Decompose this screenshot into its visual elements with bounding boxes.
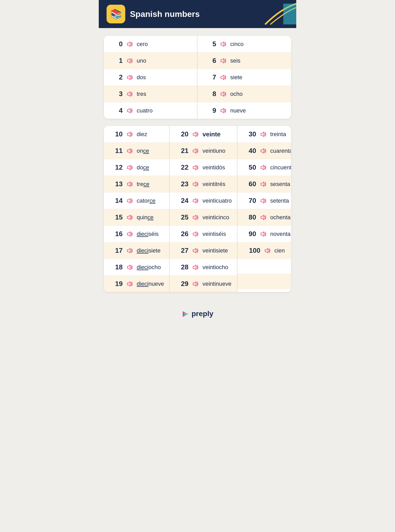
spanish-word: veintinueve [202, 281, 231, 287]
speaker-icon[interactable] [260, 148, 267, 154]
speaker-icon[interactable] [260, 181, 267, 187]
speaker-icon[interactable] [192, 148, 199, 154]
speaker-icon[interactable] [126, 58, 134, 64]
speaker-icon[interactable] [192, 198, 199, 204]
number-label: 16 [109, 230, 123, 238]
spanish-word: veintitrés [202, 181, 225, 188]
number-label: 14 [109, 197, 123, 205]
speaker-icon[interactable] [126, 248, 134, 254]
table-row: 50 cincuenta [238, 159, 291, 176]
number-label: 10 [109, 130, 123, 138]
speaker-icon[interactable] [126, 41, 134, 47]
spanish-word: uno [137, 57, 146, 64]
speaker-icon[interactable] [192, 231, 199, 237]
table-row: 3 tres [104, 86, 197, 102]
table-row: 10 diez [104, 126, 169, 143]
spanish-word: catorce [137, 197, 155, 204]
speaker-icon[interactable] [192, 131, 199, 137]
number-label: 3 [109, 90, 123, 98]
spanish-word: dieciséis [137, 231, 159, 237]
spanish-word: seis [230, 57, 240, 64]
spanish-word: dos [137, 74, 146, 81]
speaker-icon[interactable] [192, 215, 199, 220]
speaker-icon[interactable] [126, 231, 134, 237]
speaker-icon[interactable] [126, 131, 134, 137]
speaker-icon[interactable] [126, 215, 134, 220]
speaker-icon[interactable] [126, 75, 134, 80]
number-label: 23 [175, 180, 188, 188]
speaker-icon[interactable] [260, 131, 267, 137]
number-label: 20 [175, 130, 188, 138]
speaker-icon[interactable] [220, 58, 227, 64]
number-label: 28 [175, 263, 188, 271]
number-label: 6 [203, 57, 216, 65]
spanish-word: doce [137, 164, 149, 171]
spanish-word: veintiocho [202, 264, 228, 271]
header-logo: 📚 [107, 5, 125, 23]
number-label: 19 [109, 280, 123, 288]
speaker-icon[interactable] [126, 264, 134, 270]
spanish-word: cuatro [137, 107, 153, 114]
svg-rect-0 [283, 4, 296, 24]
number-label: 0 [109, 40, 123, 48]
number-label: 17 [109, 247, 123, 255]
speaker-icon[interactable] [192, 248, 199, 254]
table-row: 4 cuatro [104, 102, 197, 119]
table-row: 17 diecisiete [104, 242, 169, 259]
speaker-icon[interactable] [126, 108, 134, 114]
table-row: 8 ocho [198, 86, 291, 102]
table-row: 6 seis [198, 52, 291, 69]
table-row: 24 veinticuatro [170, 192, 237, 209]
spanish-word: veinticinco [202, 214, 229, 221]
spanish-word: cien [274, 247, 285, 254]
spanish-word: nueve [230, 107, 246, 114]
speaker-icon[interactable] [220, 41, 227, 47]
spanish-word: diecisiete [137, 247, 161, 254]
number-label: 60 [243, 180, 256, 188]
spanish-word: cincuenta [270, 164, 291, 171]
spanish-word: veintiuno [202, 148, 225, 154]
speaker-icon[interactable] [126, 165, 134, 170]
table-row: 18 dieciocho [104, 259, 169, 276]
table-row: 25 veinticinco [170, 209, 237, 226]
spanish-word: veintidós [202, 164, 225, 171]
speaker-icon[interactable] [126, 148, 134, 154]
table-row-empty [238, 259, 291, 274]
table-row: 16 dieciséis [104, 226, 169, 242]
speaker-icon[interactable] [126, 198, 134, 204]
speaker-icon[interactable] [260, 231, 267, 237]
speaker-icon[interactable] [126, 91, 134, 97]
number-label: 5 [203, 40, 216, 48]
number-label: 7 [203, 73, 216, 81]
spanish-word: cero [137, 41, 148, 48]
table-row: 2 dos [104, 69, 197, 86]
spanish-word: once [137, 148, 149, 154]
table-row: 20 veinte [170, 126, 237, 143]
brand-name: preply [192, 310, 213, 318]
speaker-icon[interactable] [192, 264, 199, 270]
speaker-icon[interactable] [192, 281, 199, 287]
spanish-word: siete [230, 74, 242, 81]
page-title: Spanish numbers [130, 9, 200, 19]
speaker-icon[interactable] [192, 181, 199, 187]
spanish-word: diecinueve [137, 281, 164, 287]
speaker-icon[interactable] [260, 198, 267, 204]
number-label: 1 [109, 57, 123, 65]
speaker-icon[interactable] [220, 75, 227, 80]
preply-logo: preply [182, 310, 213, 318]
table-0-to-9: 0 cero1 uno2 dos3 tres4 cuatro5 cinco6 s… [104, 36, 291, 119]
table-row: 80 ochenta [238, 209, 291, 226]
speaker-icon[interactable] [192, 165, 199, 170]
spanish-word: quince [137, 214, 154, 221]
speaker-icon[interactable] [126, 281, 134, 287]
number-label: 90 [243, 230, 256, 238]
speaker-icon[interactable] [126, 181, 134, 187]
number-label: 40 [243, 147, 256, 155]
speaker-icon[interactable] [220, 108, 227, 114]
speaker-icon[interactable] [220, 91, 227, 97]
speaker-icon[interactable] [264, 248, 271, 254]
table-row: 0 cero [104, 36, 197, 52]
speaker-icon[interactable] [260, 215, 267, 220]
number-label: 27 [175, 247, 188, 255]
speaker-icon[interactable] [260, 165, 267, 170]
